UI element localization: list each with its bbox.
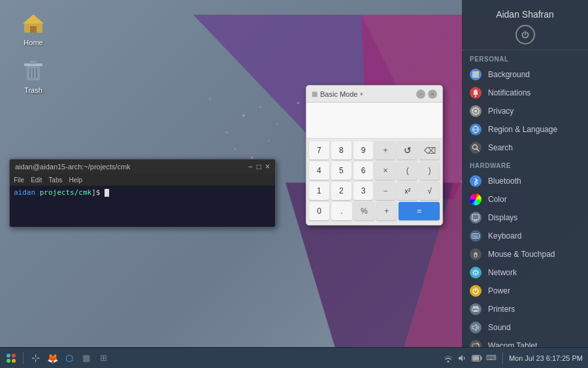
calc-btn-percent[interactable]: %: [354, 202, 374, 220]
calc-btn-equals[interactable]: =: [399, 202, 440, 220]
displays-icon: [470, 212, 482, 224]
svg-point-6: [225, 131, 228, 134]
terminal-menu-edit[interactable]: Edit: [31, 176, 42, 184]
desktop-icon-home[interactable]: Home: [10, 10, 56, 47]
taskbar-app-apps[interactable]: ⊞: [96, 351, 110, 365]
wacom-icon-svg: [472, 342, 480, 347]
notifications-icon: [470, 87, 482, 99]
settings-item-bluetooth[interactable]: Bluetooth: [462, 172, 588, 190]
calc-btn-sqrt[interactable]: √: [419, 182, 440, 200]
region-icon: [470, 124, 482, 135]
terminal-body[interactable]: aidan projects/cmk]$: [10, 186, 275, 227]
settings-item-notifications[interactable]: Notifications: [462, 84, 588, 102]
calc-btn-9[interactable]: 9: [353, 141, 374, 159]
calculator-title: Basic Mode: [320, 90, 357, 98]
calc-btn-2[interactable]: 2: [331, 182, 351, 200]
power-button[interactable]: [515, 25, 535, 44]
sound-icon-svg: [472, 324, 480, 331]
displays-label: Displays: [488, 213, 517, 222]
terminal-menu-file[interactable]: File: [14, 176, 24, 184]
terminal-minimize-button[interactable]: −: [248, 162, 253, 171]
calc-btn-0[interactable]: 0: [309, 202, 329, 220]
svg-point-27: [474, 110, 477, 112]
settings-item-power[interactable]: Power: [462, 282, 588, 300]
svg-point-5: [259, 107, 261, 109]
calculator-close-button[interactable]: ×: [428, 90, 437, 99]
color-icon: [470, 193, 482, 205]
taskbar-app-firefox[interactable]: 🦊: [45, 351, 59, 365]
svg-point-53: [7, 354, 10, 358]
calculator-icon: ▦: [312, 90, 318, 97]
settings-item-mouse[interactable]: Mouse & Touchpad: [462, 245, 588, 263]
calculator-row-2: 4 5 6 × ( ): [309, 161, 440, 180]
calc-btn-8[interactable]: 8: [331, 141, 351, 159]
calc-btn-plus-bottom[interactable]: +: [376, 202, 397, 220]
tray-keyboard-icon[interactable]: ⌨: [486, 353, 497, 363]
calculator-dropdown-icon[interactable]: ▾: [360, 91, 363, 97]
svg-point-11: [235, 148, 237, 150]
calc-btn-6[interactable]: 6: [353, 161, 374, 180]
settings-item-wacom[interactable]: Wacom Tablet: [462, 337, 588, 347]
terminal-path: projects/cmk: [40, 188, 91, 197]
mouse-label: Mouse & Touchpad: [488, 250, 555, 259]
settings-item-keyboard[interactable]: Keyboard: [462, 227, 588, 245]
panel-header: Aidan Shafran: [462, 0, 588, 50]
settings-item-search[interactable]: Search: [462, 139, 588, 157]
terminal-window[interactable]: aidan@aidan15-arch:~/projects/cmk − □ × …: [9, 159, 276, 227]
settings-item-privacy[interactable]: Privacy: [462, 102, 588, 120]
taskbar-menu-button[interactable]: [4, 351, 18, 365]
tray-battery-icon[interactable]: [472, 353, 482, 363]
search-label: Search: [488, 143, 513, 152]
settings-item-background[interactable]: Background: [462, 65, 588, 84]
settings-item-displays[interactable]: Displays: [462, 209, 588, 227]
calc-btn-backspace[interactable]: ⌫: [419, 141, 440, 159]
calc-btn-7[interactable]: 7: [309, 141, 329, 159]
settings-item-printers[interactable]: Printers: [462, 300, 588, 318]
color-label: Color: [488, 195, 507, 204]
wacom-label: Wacom Tablet: [488, 341, 537, 347]
calc-btn-square[interactable]: x²: [397, 182, 417, 200]
calc-btn-5[interactable]: 5: [331, 161, 351, 180]
calculator-row-4: 0 . % + =: [309, 202, 440, 220]
taskbar-app-files[interactable]: ⊹: [28, 351, 42, 365]
svg-rect-49: [477, 309, 478, 310]
calc-btn-plus-top[interactable]: +: [375, 141, 395, 159]
calculator-title-area: ▦ Basic Mode ▾: [312, 90, 363, 98]
terminal-maximize-button[interactable]: □: [257, 162, 261, 171]
calc-btn-minus[interactable]: −: [375, 182, 395, 200]
privacy-icon: [470, 105, 482, 117]
hardware-section-label: Hardware: [462, 157, 588, 172]
desktop-icon-trash[interactable]: Trash: [10, 58, 56, 95]
calc-btn-dot[interactable]: .: [331, 202, 351, 220]
calc-btn-4[interactable]: 4: [309, 161, 329, 180]
svg-marker-15: [23, 14, 44, 24]
settings-item-color[interactable]: Color: [462, 190, 588, 209]
terminal-close-button[interactable]: ×: [265, 162, 270, 171]
calc-btn-3[interactable]: 3: [353, 182, 374, 200]
calculator-row-1: 7 8 9 + ↺ ⌫: [309, 141, 440, 159]
keyboard-icon-svg: [472, 232, 480, 240]
power-icon: [470, 285, 482, 297]
terminal-menu-tabs[interactable]: Tabs: [48, 176, 62, 184]
trash-icon-label: Trash: [24, 86, 42, 95]
terminal-menu-help[interactable]: Help: [69, 176, 82, 184]
calc-btn-undo[interactable]: ↺: [397, 141, 417, 159]
power-label: Power: [488, 286, 510, 295]
tray-volume-icon[interactable]: [457, 353, 468, 363]
calc-btn-rparen[interactable]: ): [419, 161, 440, 180]
calc-btn-multiply[interactable]: ×: [375, 161, 395, 180]
calc-btn-1[interactable]: 1: [309, 182, 329, 200]
settings-item-region[interactable]: Region & Language: [462, 120, 588, 139]
settings-item-sound[interactable]: Sound: [462, 318, 588, 337]
taskbar-separator-1: [23, 352, 24, 364]
settings-item-network[interactable]: Network: [462, 263, 588, 282]
sound-label: Sound: [488, 323, 511, 332]
svg-rect-33: [472, 214, 479, 220]
tray-network-icon[interactable]: [443, 353, 453, 363]
calculator-window[interactable]: ▦ Basic Mode ▾ − × 7 8 9 + ↺ ⌫: [306, 85, 443, 226]
taskbar-app-terminal[interactable]: ▦: [79, 351, 93, 365]
taskbar-app-chat[interactable]: ⬡: [62, 351, 76, 365]
calc-btn-lparen[interactable]: (: [397, 161, 417, 180]
svg-marker-58: [459, 355, 463, 361]
calculator-minimize-button[interactable]: −: [416, 90, 425, 99]
